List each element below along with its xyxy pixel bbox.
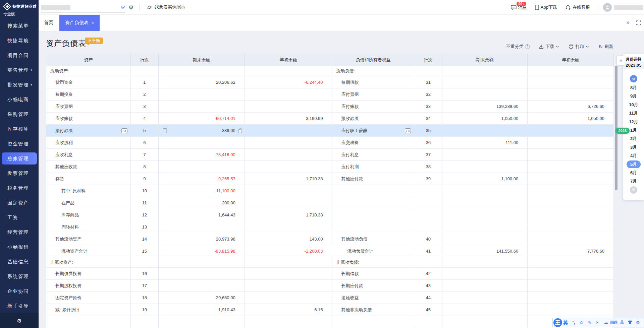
month-item-2月[interactable]: 2月 xyxy=(623,134,644,143)
ending-balance-cell[interactable] xyxy=(442,197,528,209)
ending-balance-cell[interactable]: -9,255.57 xyxy=(159,173,245,185)
beginning-balance-cell[interactable] xyxy=(528,173,614,185)
row-name-cell[interactable]: 应付票据 xyxy=(332,88,415,101)
collapse-panel-button[interactable]: » xyxy=(617,56,625,65)
row-line-cell[interactable]: 32 xyxy=(414,88,442,101)
row-line-cell[interactable]: 10 xyxy=(131,185,159,197)
row-line-cell[interactable]: 45 xyxy=(414,304,442,316)
beginning-balance-cell[interactable] xyxy=(528,197,614,209)
beginning-balance-cell[interactable] xyxy=(528,137,614,149)
ending-balance-cell[interactable]: 111.00 xyxy=(442,137,528,149)
row-name-cell[interactable] xyxy=(332,316,415,328)
app-download-button[interactable]: App下载 xyxy=(535,4,557,10)
ending-balance-cell[interactable] xyxy=(442,149,528,161)
beginning-balance-cell[interactable] xyxy=(245,185,332,197)
ending-balance-cell[interactable]: -11,100.00 xyxy=(159,185,245,197)
row-line-cell[interactable]: 37 xyxy=(414,149,442,161)
scroll-months-up-button[interactable] xyxy=(630,75,637,82)
messages-button[interactable]: 消息 99+ xyxy=(511,4,527,10)
row-name-cell[interactable]: 应付利息 xyxy=(332,149,415,161)
beginning-balance-cell[interactable]: -1,200.03 xyxy=(245,245,332,257)
month-item-8月[interactable]: 8月 xyxy=(623,83,644,92)
sidebar-item-资金管理[interactable]: 资金管理 xyxy=(0,136,39,151)
beginning-balance-cell[interactable]: 1,710.38 xyxy=(245,209,332,221)
row-name-cell[interactable]: 其中: 原材料 xyxy=(46,185,131,197)
cloud-icon[interactable]: ☁ xyxy=(602,318,610,327)
beginning-balance-cell[interactable] xyxy=(245,257,332,268)
row-name-cell[interactable]: 流动资产: xyxy=(46,66,131,76)
row-line-cell[interactable]: 5 xyxy=(131,125,159,137)
emoji-icon[interactable]: ☺ xyxy=(578,318,586,327)
row-line-cell[interactable]: 13 xyxy=(131,221,159,233)
beginning-balance-cell[interactable] xyxy=(245,221,332,233)
pencil-icon[interactable]: ✎ xyxy=(586,318,594,327)
beginning-balance-cell[interactable]: 1,050.00 xyxy=(528,113,614,125)
row-name-cell[interactable]: 短期借款 xyxy=(332,76,415,88)
fullscreen-button[interactable] xyxy=(633,15,644,31)
month-item-12月[interactable]: 12月 xyxy=(623,118,644,126)
ending-balance-cell[interactable] xyxy=(442,185,528,197)
row-name-cell[interactable]: 应交税费 xyxy=(332,137,415,149)
settings-gear-icon[interactable]: ⚙ xyxy=(17,318,21,324)
row-line-cell[interactable]: 36 xyxy=(414,137,442,149)
ending-balance-cell[interactable] xyxy=(442,316,528,328)
row-line-cell[interactable] xyxy=(131,257,159,268)
ending-balance-cell[interactable] xyxy=(159,101,245,113)
row-line-cell[interactable]: 41 xyxy=(414,245,442,257)
row-line-cell[interactable]: 40 xyxy=(414,233,442,245)
row-name-cell[interactable]: 库存商品 xyxy=(46,209,131,221)
sidebar-item-小畅报销[interactable]: 小畅报销 xyxy=(0,240,39,254)
row-line-cell[interactable]: 1 xyxy=(131,76,159,88)
ending-balance-cell[interactable] xyxy=(442,268,528,280)
sogou-logo-icon[interactable]: 王 xyxy=(553,318,561,327)
row-name-cell[interactable]: 短期投资 xyxy=(46,88,131,101)
no-reclassify-toggle[interactable]: 不重分类 ? xyxy=(506,44,530,50)
ending-balance-cell[interactable] xyxy=(442,280,528,292)
beginning-balance-cell[interactable] xyxy=(245,66,332,76)
row-line-cell[interactable]: 42 xyxy=(414,268,442,280)
ending-balance-cell[interactable]: 20,206.62 xyxy=(159,76,245,88)
ending-balance-cell[interactable] xyxy=(159,161,245,173)
row-name-cell[interactable]: 应收账款 xyxy=(46,113,131,125)
row-name-cell[interactable]: 应收利息 xyxy=(46,149,131,161)
online-service-button[interactable]: 在线客服 xyxy=(565,4,590,10)
ending-balance-cell[interactable] xyxy=(442,233,528,245)
ending-balance-cell[interactable] xyxy=(159,257,245,268)
beginning-balance-cell[interactable] xyxy=(528,66,614,76)
row-name-cell[interactable]: 存货 xyxy=(46,173,131,185)
month-item-6月[interactable]: 6月 xyxy=(623,169,644,177)
ending-balance-cell[interactable]: 1,910.43 xyxy=(159,304,245,316)
settings-icon[interactable]: ⚙ xyxy=(634,318,642,327)
row-line-cell[interactable]: 17 xyxy=(131,280,159,292)
row-line-cell[interactable]: 12 xyxy=(131,209,159,221)
row-line-cell[interactable]: 16 xyxy=(131,268,159,280)
ending-balance-cell[interactable] xyxy=(159,268,245,280)
ending-balance-cell[interactable] xyxy=(159,221,245,233)
row-name-cell[interactable]: 非流动负债: xyxy=(332,257,415,268)
ending-balance-cell[interactable]: 28,973.98 xyxy=(159,233,245,245)
keyboard-icon[interactable]: ⌨ xyxy=(610,318,618,327)
sidebar-item-批发管理[interactable]: 批发管理▾ xyxy=(0,77,39,92)
ending-balance-cell[interactable] xyxy=(442,209,528,221)
close-tab-icon[interactable]: × xyxy=(91,20,94,25)
ending-balance-cell[interactable]: 1,644.43 xyxy=(159,209,245,221)
row-name-cell[interactable]: 非流动资产: xyxy=(46,257,131,268)
beginning-balance-cell[interactable] xyxy=(528,185,614,197)
scroll-months-down-button[interactable] xyxy=(630,186,637,194)
ending-balance-cell[interactable]: -93,815.98 xyxy=(159,245,245,257)
ending-balance-cell[interactable] xyxy=(442,76,528,88)
beginning-balance-cell[interactable] xyxy=(245,149,332,161)
person-icon[interactable] xyxy=(618,318,626,327)
beginning-balance-cell[interactable]: 7,776.60 xyxy=(528,245,614,257)
row-line-cell[interactable]: 39 xyxy=(414,173,442,185)
beginning-balance-cell[interactable] xyxy=(528,304,614,316)
ending-balance-cell[interactable] xyxy=(442,221,528,233)
row-line-cell[interactable]: 11 xyxy=(131,197,159,209)
ending-balance-cell[interactable] xyxy=(159,280,245,292)
row-line-cell[interactable]: 43 xyxy=(414,280,442,292)
beginning-balance-cell[interactable] xyxy=(528,149,614,161)
ending-balance-cell[interactable]: 1,100.00 xyxy=(442,173,528,185)
month-item-5月[interactable]: 5月 xyxy=(627,160,641,168)
ending-balance-cell[interactable] xyxy=(159,88,245,101)
row-line-cell[interactable] xyxy=(131,316,159,328)
